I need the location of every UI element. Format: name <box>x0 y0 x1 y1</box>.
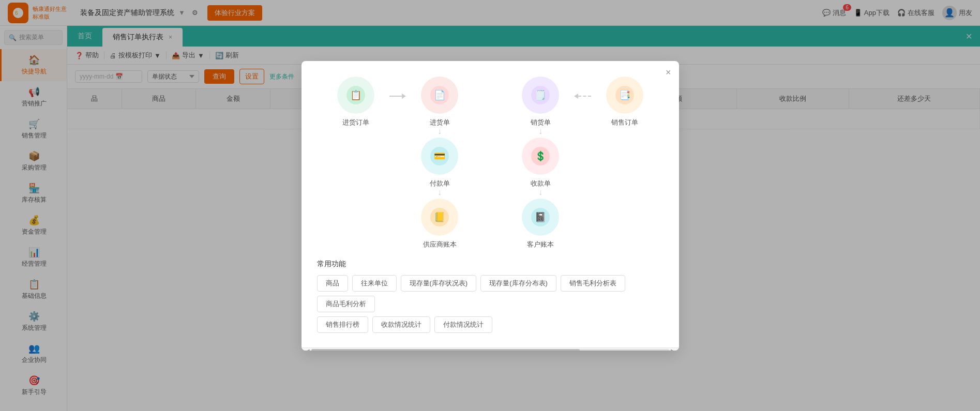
func-buttons-row2: 销售排行榜 收款情况统计 付款情况统计 <box>317 316 664 333</box>
node-purchase-bill[interactable]: 📄 进货单 <box>406 77 473 127</box>
scroll-left-arrow[interactable]: ◀ <box>304 348 311 351</box>
purchase-bill-circle: 📄 <box>421 77 458 114</box>
supplier-ledger-circle: 📒 <box>421 199 458 236</box>
node-payment-bill[interactable]: 💳 付款单 <box>406 138 473 188</box>
purchase-order-label: 进货订单 <box>342 118 369 127</box>
common-functions-title: 常用功能 <box>317 260 664 269</box>
scroll-thumb <box>311 349 580 351</box>
receipt-bill-circle: 💲 <box>522 138 559 175</box>
sales-bill-label: 销货单 <box>531 118 551 127</box>
func-btn-product[interactable]: 商品 <box>317 275 348 292</box>
sales-order-circle: 📑 <box>606 77 643 114</box>
func-btn-payment-stat[interactable]: 付款情况统计 <box>434 316 492 333</box>
payment-bill-circle: 💳 <box>421 138 458 175</box>
svg-text:📋: 📋 <box>350 89 362 101</box>
node-sales-bill[interactable]: 🗒️ 销货单 <box>507 77 574 127</box>
scroll-right-arrow[interactable]: ▶ <box>669 348 676 351</box>
modal-close-btn[interactable]: × <box>666 67 671 78</box>
node-purchase-order[interactable]: 📋 进货订单 <box>322 77 389 127</box>
svg-text:💳: 💳 <box>434 150 446 162</box>
purchase-order-circle: 📋 <box>337 77 374 114</box>
customer-ledger-label: 客户账本 <box>527 240 554 249</box>
func-btn-sales-profit[interactable]: 销售毛利分析表 <box>561 275 625 292</box>
func-btn-product-profit[interactable]: 商品毛利分析 <box>317 296 375 312</box>
func-btn-stock-status[interactable]: 现存量(库存状况表) <box>401 275 477 292</box>
payment-bill-label: 付款单 <box>430 179 450 188</box>
modal-scrollbar[interactable]: ◀ ▶ <box>301 347 679 351</box>
node-receipt-bill[interactable]: 💲 收款单 <box>507 138 574 188</box>
node-customer-ledger[interactable]: 📓 客户账本 <box>507 199 574 249</box>
svg-text:📄: 📄 <box>434 89 446 101</box>
func-btn-stock-dist[interactable]: 现存量(库存分布表) <box>480 275 556 292</box>
svg-text:📑: 📑 <box>619 89 631 101</box>
func-btn-receipt-stat[interactable]: 收款情况统计 <box>372 316 430 333</box>
supplier-ledger-label: 供应商账本 <box>423 240 457 249</box>
customer-ledger-circle: 📓 <box>522 199 559 236</box>
purchase-bill-label: 进货单 <box>430 118 450 127</box>
svg-text:📒: 📒 <box>434 211 446 223</box>
scroll-track[interactable] <box>311 349 669 351</box>
func-btn-partner[interactable]: 往来单位 <box>352 275 397 292</box>
common-functions-section: 常用功能 商品 往来单位 现存量(库存状况表) 现存量(库存分布表) 销售毛利分… <box>301 260 679 347</box>
flow-section: 📋 进货订单 📄 进货单 <box>301 61 679 260</box>
func-buttons-row1: 商品 往来单位 现存量(库存状况表) 现存量(库存分布表) 销售毛利分析表 商品… <box>317 275 664 312</box>
svg-text:📓: 📓 <box>535 211 547 223</box>
modal-overlay[interactable]: × 📋 进货订单 📄 <box>0 0 980 411</box>
sales-order-label: 销售订单 <box>611 118 638 127</box>
node-supplier-ledger[interactable]: 📒 供应商账本 <box>406 199 473 249</box>
node-sales-order[interactable]: 📑 销售订单 <box>591 77 658 127</box>
receipt-bill-label: 收款单 <box>531 179 551 188</box>
flow-modal: × 📋 进货订单 📄 <box>301 61 679 351</box>
svg-text:🗒️: 🗒️ <box>535 89 547 101</box>
func-btn-sales-rank[interactable]: 销售排行榜 <box>317 316 368 333</box>
sales-bill-circle: 🗒️ <box>522 77 559 114</box>
svg-text:💲: 💲 <box>535 150 547 162</box>
